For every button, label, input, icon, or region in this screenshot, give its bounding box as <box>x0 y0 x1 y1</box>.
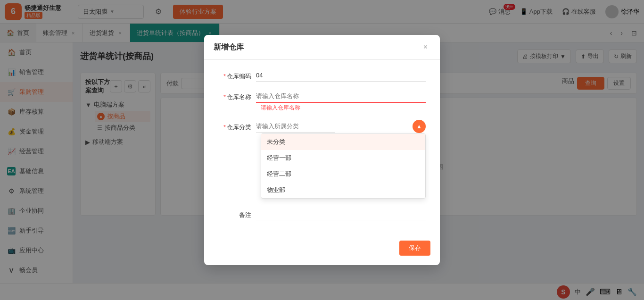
category-dropdown-list: 未分类 经营一部 经营二部 物业部 <box>261 133 426 199</box>
modal-title: 新增仓库 <box>214 42 244 52</box>
code-input[interactable] <box>256 69 426 82</box>
dropdown-item-dept2[interactable]: 经营二部 <box>261 166 425 182</box>
name-label: *仓库名称 <box>218 90 256 101</box>
dropdown-item-dept1[interactable]: 经营一部 <box>261 150 425 166</box>
name-error-msg: 请输入仓库名称 <box>261 104 300 111</box>
add-warehouse-modal: 新增仓库 × *仓库编码 *仓库名称 请输入仓库名称 *仓库分类 <box>204 35 440 265</box>
category-label: *仓库分类 <box>218 120 256 132</box>
category-field-row: *仓库分类 ▲ 未分类 经营一部 经营二部 物业部 <box>218 120 426 133</box>
category-dropdown-btn[interactable]: ▲ <box>413 120 426 133</box>
code-field-row: *仓库编码 <box>218 69 426 82</box>
save-btn[interactable]: 保存 <box>399 241 430 256</box>
notes-field-row: 备注 <box>218 208 426 220</box>
name-input[interactable] <box>256 90 426 103</box>
dropdown-item-unclassified[interactable]: 未分类 <box>261 134 425 150</box>
modal-footer: 保存 <box>204 236 440 265</box>
notes-input[interactable] <box>256 208 426 220</box>
category-input[interactable] <box>256 120 335 133</box>
arrow-up-icon: ▲ <box>416 123 422 130</box>
name-field-row: *仓库名称 请输入仓库名称 <box>218 90 426 112</box>
category-field-wrapper: ▲ <box>256 120 426 133</box>
code-label: *仓库编码 <box>218 69 256 81</box>
modal-close-btn[interactable]: × <box>421 42 430 52</box>
modal-header: 新增仓库 × <box>204 35 440 60</box>
modal-body: *仓库编码 *仓库名称 请输入仓库名称 *仓库分类 <box>204 60 440 236</box>
notes-label: 备注 <box>218 208 256 219</box>
dropdown-item-dept3[interactable]: 物业部 <box>261 182 425 198</box>
